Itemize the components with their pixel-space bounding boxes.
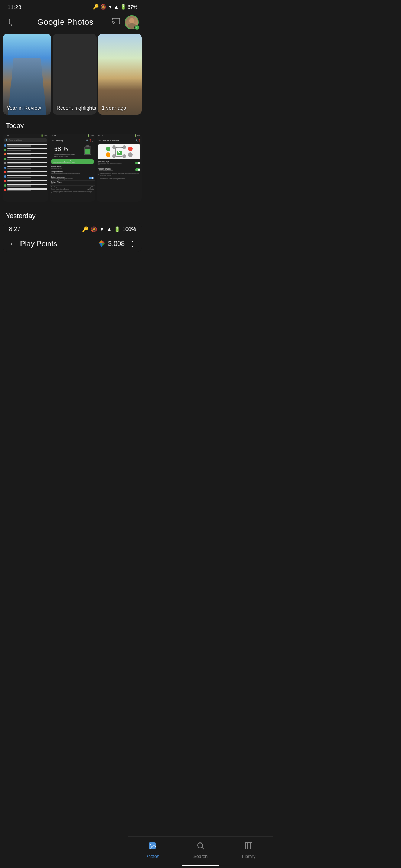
svg-marker-25 (102, 243, 105, 247)
screenshot-adaptive-battery[interactable]: 12:15 🔋68% ← Adaptive Battery 🔍 ❓ (97, 134, 142, 202)
battery-icon: 🔋 (120, 4, 126, 10)
mini-search-bar: 🔍 Search settings (4, 138, 47, 142)
photo-label-year-ago: 1 year ago (102, 105, 126, 111)
svg-marker-26 (98, 240, 102, 243)
svg-point-18 (128, 152, 133, 157)
svg-point-2 (129, 18, 134, 23)
status-icons: 🔑 🔕 ▼ ▲ 🔋 67% (93, 4, 137, 10)
section-yesterday: Yesterday (0, 208, 145, 223)
screenshots-row: 12:24 🔋67% 🔍 Search settings (0, 134, 145, 208)
more-options-icon[interactable]: ⋮ (128, 239, 136, 248)
svg-point-15 (106, 152, 110, 157)
play-points-score: 3,008 (98, 240, 125, 248)
avatar-check-icon: ✓ (134, 25, 140, 30)
photo-label-year: Year in Review (7, 105, 41, 111)
yesterday-battery-percent: 100% (123, 226, 136, 232)
yesterday-battery-icon: 🔋 (114, 226, 120, 232)
svg-point-12 (112, 145, 116, 149)
signal-icon: ▲ (114, 4, 119, 10)
wifi-icon: ▼ (108, 4, 113, 10)
key-icon: 🔑 (93, 4, 99, 10)
svg-point-14 (128, 147, 133, 151)
section-today: Today (0, 119, 145, 134)
yesterday-time: 8:27 (9, 226, 20, 233)
speech-bubble-icon[interactable] (6, 16, 19, 29)
play-points-title: Play Points (20, 240, 94, 248)
yesterday-status-bar: 8:27 🔑 🔕 ▼ ▲ 🔋 100% (3, 223, 142, 236)
screenshot-battery[interactable]: 12:24 🔋68% ← Battery 🔍 ❓ ⋮ 68 % Should l… (50, 134, 95, 202)
svg-rect-0 (9, 19, 16, 24)
screenshot-settings[interactable]: 12:24 🔋67% 🔍 Search settings (3, 134, 48, 202)
yesterday-key-icon: 🔑 (82, 226, 88, 232)
svg-point-17 (123, 154, 126, 158)
status-bar: 11:23 🔑 🔕 ▼ ▲ 🔋 67% (0, 0, 145, 12)
svg-rect-9 (117, 147, 121, 148)
battery-percent: 67% (128, 4, 137, 10)
mute-icon: 🔕 (100, 4, 106, 10)
play-points-bar: ← Play Points 3,008 ⋮ (3, 236, 142, 252)
svg-marker-27 (102, 240, 105, 243)
app-title: Google Photos (37, 17, 94, 27)
svg-point-16 (112, 154, 116, 158)
svg-point-11 (106, 147, 110, 151)
yesterday-signal-icon: ▲ (107, 226, 112, 232)
back-arrow-icon[interactable]: ← (9, 240, 16, 248)
photo-card-year-in-review[interactable]: Year in Review (3, 34, 51, 115)
photo-card-one-year-ago[interactable]: 1 year ago (98, 34, 142, 115)
mini-status-settings: 12:24 🔋67% (3, 134, 48, 137)
cast-icon[interactable] (111, 17, 120, 28)
yesterday-screenshot[interactable]: 8:27 🔑 🔕 ▼ ▲ 🔋 100% ← Play Points (3, 223, 142, 252)
svg-marker-24 (98, 243, 102, 247)
mini-list-item (3, 143, 48, 148)
play-points-number: 3,008 (108, 240, 125, 248)
avatar[interactable]: ✓ (125, 15, 139, 29)
yesterday-mute-icon: 🔕 (91, 226, 97, 232)
photo-grid: Year in Review Recent highlights 1 year … (0, 34, 145, 119)
svg-rect-6 (85, 149, 90, 154)
status-time: 11:23 (7, 4, 22, 10)
yesterday-wifi-icon: ▼ (99, 226, 104, 232)
photo-label-highlights: Recent highlights (56, 105, 96, 111)
header-right: ✓ (111, 15, 139, 29)
photo-card-recent-highlights[interactable]: Recent highlights (53, 34, 97, 115)
app-header: Google Photos ✓ (0, 12, 145, 34)
svg-point-13 (123, 145, 126, 149)
play-points-gem-icon (98, 240, 106, 248)
